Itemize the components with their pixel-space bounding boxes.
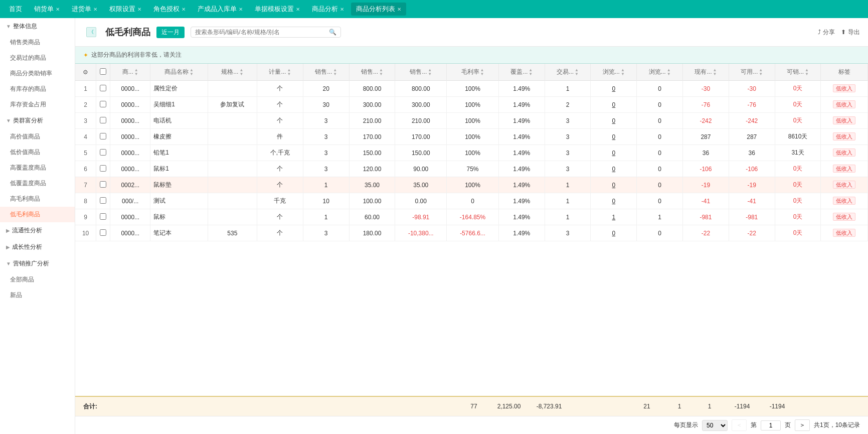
sidebar-collapse-btn[interactable]: 《 <box>86 27 96 37</box>
row-name[interactable]: 鼠标1 <box>150 161 208 177</box>
col-settings[interactable]: ⚙ <box>75 64 96 81</box>
row-checkbox[interactable] <box>100 197 106 204</box>
row-views1[interactable]: 0 <box>591 129 637 145</box>
nav-product-entry[interactable]: 产成品入库单 ✕ <box>193 3 248 16</box>
nav-close-product-analysis[interactable]: ✕ <box>340 7 344 12</box>
row-checkbox[interactable] <box>100 85 106 91</box>
row-checkbox-cell[interactable] <box>96 145 110 161</box>
per-page-select[interactable]: 50 100 200 <box>702 420 728 431</box>
row-views1[interactable]: 0 <box>591 161 637 177</box>
nav-product-analysis-list[interactable]: 商品分析列表 ✕ <box>351 3 406 16</box>
row-name[interactable]: 笔记本 <box>150 225 208 241</box>
row-checkbox-cell[interactable] <box>96 225 110 241</box>
search-input[interactable] <box>195 29 326 36</box>
nav-close-role-auth[interactable]: ✕ <box>182 7 186 12</box>
nav-permissions[interactable]: 权限设置 ✕ <box>104 3 146 16</box>
row-views1[interactable]: 0 <box>591 177 637 193</box>
share-btn[interactable]: ⤴ 分享 <box>818 28 835 37</box>
row-checkbox-cell[interactable] <box>96 113 110 129</box>
row-checkbox-cell[interactable] <box>96 81 110 97</box>
row-coverage: 1.49% <box>498 161 545 177</box>
row-name[interactable]: 鼠标垫 <box>150 177 208 193</box>
row-views1[interactable]: 0 <box>591 113 637 129</box>
row-checkbox-cell[interactable] <box>96 177 110 193</box>
nav-role-auth[interactable]: 角色授权 ✕ <box>148 3 191 16</box>
row-current-stock: -22 <box>683 225 729 241</box>
row-views1[interactable]: 1 <box>591 209 637 225</box>
search-icon[interactable]: 🔍 <box>329 29 336 36</box>
row-code: 0000... <box>110 145 150 161</box>
nav-close-template-settings[interactable]: ✕ <box>296 7 300 12</box>
nav-close-product-entry[interactable]: ✕ <box>239 7 243 12</box>
row-checkbox-cell[interactable] <box>96 129 110 145</box>
row-name[interactable]: 属性定价 <box>150 81 208 97</box>
nav-close-purchase-order[interactable]: ✕ <box>93 7 97 12</box>
row-checkbox[interactable] <box>100 213 106 220</box>
nav-template-settings[interactable]: 单据模板设置 ✕ <box>250 3 305 16</box>
row-checkbox-cell[interactable] <box>96 97 110 113</box>
row-checkbox[interactable] <box>100 133 106 139</box>
col-select-all[interactable] <box>96 64 110 81</box>
sidebar-item-in-stock-goods[interactable]: 有库存的商品 <box>0 81 75 97</box>
row-views1[interactable]: 0 <box>591 97 637 113</box>
sidebar-item-all-goods[interactable]: 全部商品 <box>0 272 75 287</box>
row-name[interactable]: 测试 <box>150 193 208 209</box>
row-views1[interactable]: 0 <box>591 81 637 97</box>
sidebar-item-high-coverage[interactable]: 高覆盖度商品 <box>0 160 75 176</box>
sidebar-item-sales-goods[interactable]: 销售类商品 <box>0 35 75 50</box>
sidebar-item-category-sales-rate[interactable]: 商品分类助销率 <box>0 66 75 81</box>
row-checkbox-cell[interactable] <box>96 209 110 225</box>
row-gross-margin: 100% <box>447 177 499 193</box>
sidebar-item-low-margin[interactable]: 低毛利商品 <box>0 207 75 222</box>
sidebar-item-inventory-capital[interactable]: 库存资金占用 <box>0 97 75 112</box>
nav-purchase-order[interactable]: 进货单 ✕ <box>67 3 102 16</box>
row-checkbox[interactable] <box>100 149 106 156</box>
sidebar-item-low-value[interactable]: 低价值商品 <box>0 144 75 160</box>
filter-recent-month-btn[interactable]: 近一月 <box>156 27 185 38</box>
sidebar-item-low-coverage[interactable]: 低覆盖度商品 <box>0 176 75 191</box>
row-name[interactable]: 橡皮擦 <box>150 129 208 145</box>
sidebar-group-overview[interactable]: ▼ 整体信息 <box>0 18 75 35</box>
nav-sales-order[interactable]: 销货单 ✕ <box>29 3 65 16</box>
row-checkbox-cell[interactable] <box>96 161 110 177</box>
next-page-btn[interactable]: ＞ <box>795 419 810 431</box>
sidebar: ▼ 整体信息 销售类商品 交易过的商品 商品分类助销率 有库存的商品 库存资金占… <box>0 18 75 434</box>
row-name[interactable]: 电话机 <box>150 113 208 129</box>
sidebar-group-growth[interactable]: ▶ 成长性分析 <box>0 239 75 255</box>
tag-badge: 低收入 <box>833 132 855 140</box>
nav-close-product-analysis-list[interactable]: ✕ <box>397 7 401 12</box>
sidebar-item-new-goods[interactable]: 新品 <box>0 287 75 303</box>
sidebar-item-traded-goods[interactable]: 交易过的商品 <box>0 50 75 66</box>
row-views1[interactable]: 0 <box>591 145 637 161</box>
sidebar-group-crowd-analysis[interactable]: ▼ 类群富分析 <box>0 112 75 129</box>
row-code: 0002... <box>110 177 150 193</box>
table-row: 10 0000... 笔记本 535 个 3 180.00 -10,380...… <box>75 225 868 241</box>
sidebar-group-marketing[interactable]: ▼ 营销推广分析 <box>0 255 75 272</box>
row-name[interactable]: 铅笔1 <box>150 145 208 161</box>
nav-close-sales-order[interactable]: ✕ <box>56 7 60 12</box>
sidebar-item-high-margin[interactable]: 高毛利商品 <box>0 191 75 207</box>
row-views1[interactable]: 0 <box>591 193 637 209</box>
row-gross-margin: 100% <box>447 113 499 129</box>
row-checkbox-cell[interactable] <box>96 193 110 209</box>
row-checkbox[interactable] <box>100 181 106 188</box>
row-views1[interactable]: 0 <box>591 225 637 241</box>
select-all-checkbox[interactable] <box>100 68 106 75</box>
row-views2: 0 <box>637 193 683 209</box>
row-unit: 个 <box>257 161 303 177</box>
page-label: 第 <box>751 421 757 429</box>
row-checkbox[interactable] <box>100 229 106 236</box>
nav-product-analysis[interactable]: 商品分析 ✕ <box>307 3 349 16</box>
sidebar-group-circulation[interactable]: ▶ 流通性分析 <box>0 222 75 239</box>
row-checkbox[interactable] <box>100 165 106 172</box>
nav-close-permissions[interactable]: ✕ <box>137 7 141 12</box>
sidebar-item-high-value[interactable]: 高价值商品 <box>0 129 75 144</box>
export-btn[interactable]: ⬆ 导出 <box>841 28 860 37</box>
row-checkbox[interactable] <box>100 101 106 107</box>
row-checkbox[interactable] <box>100 117 106 123</box>
nav-home[interactable]: 首页 <box>4 3 27 16</box>
current-page-input[interactable] <box>761 420 781 430</box>
row-name[interactable]: 吴细细1 <box>150 97 208 113</box>
row-name[interactable]: 鼠标 <box>150 209 208 225</box>
prev-page-btn[interactable]: ＜ <box>732 419 747 431</box>
